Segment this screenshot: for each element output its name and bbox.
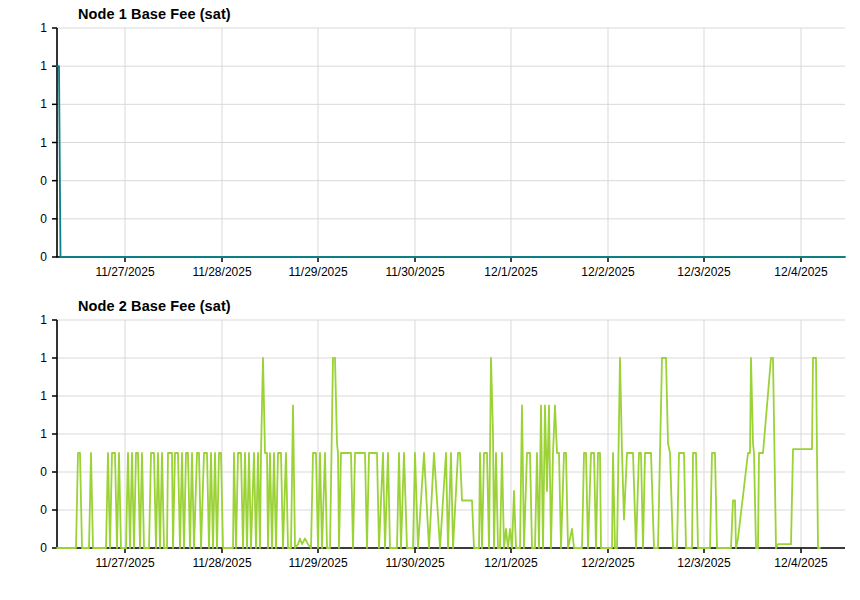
x-tick-label: 11/28/2025 [192, 265, 251, 279]
y-tick-label: 0 [40, 174, 47, 188]
x-tick-label: 11/30/2025 [385, 556, 444, 570]
y-tick-label: 0 [40, 503, 47, 517]
x-tick-label: 12/3/2025 [677, 556, 731, 570]
y-tick-label: 0 [40, 212, 47, 226]
y-tick-label: 1 [40, 59, 47, 73]
x-tick-label: 11/29/2025 [288, 556, 347, 570]
x-tick-label: 12/1/2025 [484, 265, 538, 279]
y-tick-label: 1 [40, 97, 47, 111]
x-tick-label: 12/3/2025 [677, 265, 731, 279]
x-tick-label: 12/2/2025 [581, 556, 635, 570]
x-tick-label: 12/4/2025 [774, 265, 828, 279]
y-tick-label: 1 [40, 313, 47, 327]
base-fee-charts-page: Node 1 Base Fee (sat) Node 2 Base Fee (s… [0, 0, 860, 600]
x-tick-label: 11/27/2025 [95, 556, 154, 570]
y-tick-label: 1 [40, 21, 47, 35]
x-tick-label: 11/27/2025 [95, 265, 154, 279]
y-tick-label: 1 [40, 427, 47, 441]
x-tick-label: 12/4/2025 [774, 556, 828, 570]
x-tick-label: 12/2/2025 [581, 265, 635, 279]
x-tick-label: 11/29/2025 [288, 265, 347, 279]
charts-canvas: 11/27/202511/28/202511/29/202511/30/2025… [0, 0, 860, 600]
x-tick-label: 11/30/2025 [385, 265, 444, 279]
y-tick-label: 1 [40, 389, 47, 403]
series-line-node-1 [57, 66, 845, 257]
x-tick-label: 11/28/2025 [192, 556, 251, 570]
y-tick-label: 1 [40, 136, 47, 150]
y-tick-label: 0 [40, 250, 47, 264]
series-line-node-2 [57, 358, 820, 548]
y-tick-label: 0 [40, 541, 47, 555]
y-tick-label: 0 [40, 465, 47, 479]
x-tick-label: 12/1/2025 [484, 556, 538, 570]
y-tick-label: 1 [40, 351, 47, 365]
